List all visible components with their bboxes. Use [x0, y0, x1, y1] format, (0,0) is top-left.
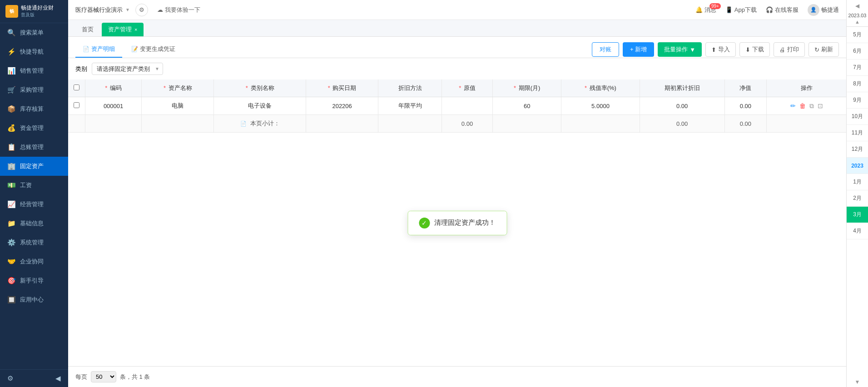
new-button[interactable]: + 新增 — [623, 42, 654, 57]
refresh-icon: ↻ — [814, 46, 819, 53]
edit-button[interactable]: ✏ — [790, 102, 796, 109]
cell-residual-rate: 5.0000 — [561, 97, 640, 115]
year-label-2023: 2023 — [847, 158, 868, 174]
delete-button[interactable]: 🗑 — [799, 102, 806, 109]
bell-icon: 🔔 — [695, 6, 703, 13]
select-all-checkbox[interactable] — [74, 84, 79, 90]
panel-up-icon[interactable]: ▲ — [855, 19, 860, 25]
category-filter-select[interactable]: 请选择固定资产类别 — [92, 63, 163, 75]
collapse-icon[interactable]: ◀ — [55, 374, 61, 382]
row-checkbox-cell — [68, 97, 85, 115]
sidebar-item-system[interactable]: ⚙️ 系统管理 — [0, 233, 68, 252]
sidebar-item-apps[interactable]: 🔲 应用中心 — [0, 290, 68, 309]
month-item-jan[interactable]: 1月 — [847, 174, 868, 190]
assets-icon: 🏢 — [7, 162, 15, 170]
panel-down-button[interactable]: ▼ — [847, 377, 868, 387]
online-service-button[interactable]: 🎧 在线客服 — [766, 6, 799, 14]
notifications-button[interactable]: 🔔 消息 99+ — [695, 6, 716, 14]
month-item-oct[interactable]: 10月 — [847, 109, 868, 125]
panel-year-month: 2023.03 — [848, 10, 868, 19]
subtotal-accumulated: 0.00 — [640, 115, 724, 133]
print-button[interactable]: 🖨 打印 — [774, 42, 805, 57]
logo-icon: 畅 — [5, 5, 18, 18]
month-item-may[interactable]: 5月 — [847, 27, 868, 43]
header-settings-button[interactable]: ⚙ — [135, 4, 148, 16]
download-button[interactable]: ⬇ 下载 — [739, 42, 770, 57]
sidebar-item-inventory[interactable]: 📦 库存核算 — [0, 99, 68, 119]
month-item-sep[interactable]: 9月 — [847, 92, 868, 109]
settings-icon[interactable]: ⚙ — [7, 374, 13, 382]
subtotal-net-value: 0.00 — [724, 115, 767, 133]
capital-icon: 💰 — [7, 124, 15, 132]
month-item-aug[interactable]: 8月 — [847, 76, 868, 92]
notification-badge: 99+ — [709, 3, 721, 9]
tab-change-voucher[interactable]: 📝 变更生成凭证 — [124, 41, 183, 58]
sidebar-item-assets[interactable]: 🏢 固定资产 — [0, 157, 68, 176]
asset-table-wrap: * 编码 * 资产名称 * 类别名称 * 购买日 — [68, 79, 846, 366]
panel-toggle-icon[interactable]: ◀ — [854, 2, 860, 10]
sidebar-item-search[interactable]: 🔍 搜索菜单 — [0, 23, 68, 42]
month-item-jul[interactable]: 7月 — [847, 60, 868, 76]
more-button[interactable]: ⊡ — [818, 102, 823, 109]
month-item-nov[interactable]: 11月 — [847, 125, 868, 141]
company-name: 医疗器械行业演示 — [75, 6, 123, 14]
cell-net-value: 0.00 — [724, 97, 767, 115]
sidebar-item-business[interactable]: 📈 经营管理 — [0, 195, 68, 214]
page-size-select[interactable]: 50 20 100 — [91, 371, 116, 382]
subtotal-icon: 📄 — [240, 121, 247, 126]
app-download-button[interactable]: 📱 App下载 — [725, 6, 757, 14]
sidebar-item-basic[interactable]: 📁 基础信息 — [0, 214, 68, 233]
month-item-feb[interactable]: 2月 — [847, 190, 868, 207]
filter-toolbar: 类别 请选择固定资产类别 ▼ — [68, 58, 846, 79]
user-profile[interactable]: 👤 畅捷通 — [808, 4, 839, 16]
logo-text: 畅捷通好业财 普及版 — [21, 5, 54, 18]
sidebar-item-sales[interactable]: 📊 销售管理 — [0, 61, 68, 80]
th-purchase-date: * 购买日期 — [306, 79, 378, 97]
month-item-jun[interactable]: 6月 — [847, 43, 868, 60]
batch-operation-button[interactable]: 批量操作 ▼ — [658, 42, 702, 57]
sidebar-item-collab[interactable]: 🤝 企业协同 — [0, 252, 68, 271]
business-icon: 📈 — [7, 200, 15, 208]
th-category: * 类别名称 — [214, 79, 306, 97]
cell-category: 电子设备 — [214, 97, 306, 115]
company-selector[interactable]: 医疗器械行业演示 ▼ — [75, 6, 130, 14]
main-area: 医疗器械行业演示 ▼ ⚙ ☁ 我要体验一下 🔔 消息 99+ 📱 App下载 🎧… — [68, 0, 846, 387]
filter-label: 类别 — [75, 65, 87, 73]
tab-home[interactable]: 首页 — [75, 23, 100, 36]
experience-button[interactable]: ☁ 我要体验一下 — [157, 6, 200, 14]
sidebar-item-ledger[interactable]: 📋 总账管理 — [0, 138, 68, 157]
content-tabs: 首页 资产管理 × — [68, 20, 846, 37]
ledger-icon: 📋 — [7, 143, 15, 151]
system-icon: ⚙️ — [7, 238, 15, 247]
tab-asset-management[interactable]: 资产管理 × — [102, 23, 144, 36]
sidebar-item-quicknav[interactable]: ⚡ 快捷导航 — [0, 42, 68, 61]
subtotal-original-value: 0.00 — [442, 115, 493, 133]
sidebar-item-salary[interactable]: 💵 工资 — [0, 176, 68, 195]
pagination: 每页 50 20 100 条，共 1 条 — [68, 366, 846, 387]
tab-asset-detail[interactable]: 📄 资产明细 — [75, 41, 122, 58]
month-item-dec[interactable]: 12月 — [847, 141, 868, 158]
quicknav-icon: ⚡ — [7, 48, 15, 56]
month-item-mar[interactable]: 3月 — [847, 207, 868, 223]
right-panel: ◀ 2023.03 ▲ 5月 6月 7月 8月 9月 10月 11月 12月 2… — [846, 0, 868, 387]
import-button[interactable]: ⬆ 导入 — [705, 42, 736, 57]
purchase-icon: 🛒 — [7, 86, 15, 94]
th-operations: 操作 — [767, 79, 846, 97]
cell-operations: ✏ 🗑 ⧉ ⊡ — [767, 97, 846, 115]
cell-code: 000001 — [85, 97, 142, 115]
refresh-button[interactable]: ↻ 刷新 — [808, 42, 839, 57]
duizhang-button[interactable]: 对账 — [592, 42, 619, 57]
sidebar-item-capital[interactable]: 💰 资金管理 — [0, 119, 68, 138]
row-checkbox[interactable] — [74, 102, 79, 108]
action-buttons: 对账 + 新增 批量操作 ▼ ⬆ 导入 ⬇ 下载 🖨 打 — [592, 42, 839, 57]
asset-table: * 编码 * 资产名称 * 类别名称 * 购买日 — [68, 79, 846, 133]
cell-accumulated-depreciation: 0.00 — [640, 97, 724, 115]
sidebar-item-purchase[interactable]: 🛒 采购管理 — [0, 80, 68, 99]
cell-original-value — [442, 97, 493, 115]
guide-icon: 🎯 — [7, 277, 15, 285]
copy-button[interactable]: ⧉ — [809, 102, 814, 110]
tab-close-icon[interactable]: × — [134, 27, 137, 32]
month-item-apr[interactable]: 4月 — [847, 223, 868, 239]
sidebar-item-guide[interactable]: 🎯 新手引导 — [0, 271, 68, 290]
th-accumulated-depreciation: 期初累计折旧 — [640, 79, 724, 97]
